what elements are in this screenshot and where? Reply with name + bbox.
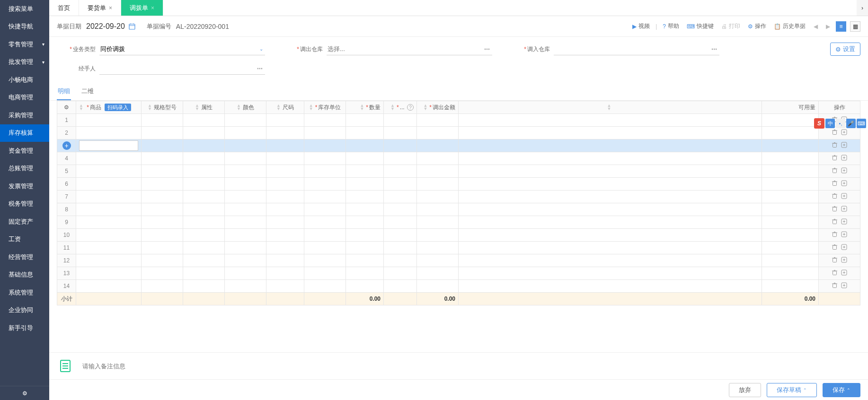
ellipsis-icon[interactable]: ⋯ xyxy=(711,46,717,52)
ime-lang-button[interactable]: 中 xyxy=(825,119,835,128)
view-list-button[interactable]: ≡ xyxy=(836,21,846,32)
table-row[interactable]: 10 xyxy=(57,229,860,242)
sidebar-settings[interactable]: ⚙ xyxy=(0,386,49,400)
info-icon[interactable]: ? xyxy=(407,104,414,111)
tab-0[interactable]: 首页 xyxy=(49,0,79,16)
col-qty-header[interactable]: ▲▼*数量 xyxy=(346,101,384,114)
delete-row-icon[interactable] xyxy=(832,257,838,263)
shortcut-button[interactable]: ⌨快捷键 xyxy=(685,21,716,31)
sidebar-item-6[interactable]: 采购管理 xyxy=(0,106,49,124)
col-unit-header[interactable]: ▲▼*库存单位 xyxy=(304,101,346,114)
sidebar-item-2[interactable]: 零售管理▾ xyxy=(0,35,49,53)
table-row[interactable]: 8 xyxy=(57,203,860,216)
copy-row-icon[interactable] xyxy=(841,167,848,174)
date-value[interactable]: 2022-09-20 xyxy=(86,22,125,31)
sidebar-item-18[interactable]: 新手引导 xyxy=(0,319,49,337)
table-row[interactable]: 1 xyxy=(57,114,860,127)
table-row[interactable]: 4 xyxy=(57,152,860,165)
remarks-input[interactable] xyxy=(82,363,860,370)
delete-row-icon[interactable] xyxy=(832,142,838,148)
prev-doc-button[interactable]: ◀ xyxy=(811,22,820,31)
copy-row-icon[interactable] xyxy=(841,129,848,136)
delete-row-icon[interactable] xyxy=(832,180,838,187)
scan-input-button[interactable]: 扫码录入 xyxy=(105,104,131,111)
tab-2[interactable]: 调拨单× xyxy=(121,0,163,16)
help-button[interactable]: ?帮助 xyxy=(661,21,681,31)
tab-detail[interactable]: 明细 xyxy=(57,83,71,100)
tab-matrix[interactable]: 二维 xyxy=(80,83,95,100)
delete-row-icon[interactable] xyxy=(832,206,838,212)
ime-punct-button[interactable]: •, xyxy=(836,119,845,128)
copy-row-icon[interactable] xyxy=(841,180,848,187)
col-product-header[interactable]: ▲▼ *商品 扫码录入 xyxy=(76,101,142,114)
col-spec-header[interactable]: ▲▼规格型号 xyxy=(142,101,183,114)
ellipsis-icon[interactable]: ⋯ xyxy=(484,46,490,52)
sidebar-item-0[interactable]: 搜索菜单 xyxy=(0,0,49,18)
delete-row-icon[interactable] xyxy=(832,270,838,276)
delete-row-icon[interactable] xyxy=(832,282,838,289)
sidebar-item-17[interactable]: 企业协同 xyxy=(0,302,49,320)
sidebar-item-5[interactable]: 电商管理 xyxy=(0,89,49,107)
ime-keyboard-button[interactable]: ⌨ xyxy=(857,119,866,128)
table-row[interactable]: 9 xyxy=(57,216,860,229)
delete-row-icon[interactable] xyxy=(832,231,838,238)
tabs-scroll-right[interactable]: › xyxy=(857,0,868,16)
history-button[interactable]: 📋历史单据 xyxy=(772,21,807,31)
in-warehouse-select[interactable]: ⋯ xyxy=(554,43,719,55)
sidebar-item-15[interactable]: 基础信息 xyxy=(0,266,49,284)
delete-row-icon[interactable] xyxy=(832,129,838,136)
sidebar-item-3[interactable]: 批发管理▾ xyxy=(0,53,49,71)
table-row[interactable]: 2 xyxy=(57,127,860,139)
tab-1[interactable]: 要货单× xyxy=(79,0,121,16)
sidebar-item-9[interactable]: 总账管理 xyxy=(0,160,49,178)
discard-button[interactable]: 放弃 xyxy=(729,383,761,397)
sidebar-item-13[interactable]: 工资 xyxy=(0,231,49,249)
sogou-ime-icon[interactable]: S xyxy=(814,118,824,129)
sidebar-item-16[interactable]: 系统管理 xyxy=(0,284,49,302)
add-row-button[interactable]: + xyxy=(62,141,71,150)
copy-row-icon[interactable] xyxy=(841,155,848,161)
product-input[interactable] xyxy=(79,140,138,151)
print-button[interactable]: 🖨打印 xyxy=(719,21,742,31)
sidebar-item-14[interactable]: 经营管理 xyxy=(0,248,49,266)
sidebar-item-4[interactable]: 小畅电商 xyxy=(0,71,49,89)
sidebar-item-7[interactable]: 库存核算 xyxy=(0,124,49,142)
col-size-header[interactable]: ▲▼尺码 xyxy=(266,101,304,114)
copy-row-icon[interactable] xyxy=(841,206,848,212)
copy-row-icon[interactable] xyxy=(841,257,848,263)
copy-row-icon[interactable] xyxy=(841,142,848,148)
handler-select[interactable]: ⋯ xyxy=(99,62,265,75)
next-doc-button[interactable]: ▶ xyxy=(824,22,832,31)
col-settings-header[interactable]: ⚙ xyxy=(57,101,76,114)
settings-button[interactable]: ⚙ 设置 xyxy=(830,43,860,56)
col-price-header[interactable]: ▲▼*... ? xyxy=(384,101,417,114)
table-row[interactable]: 5 xyxy=(57,165,860,178)
table-row[interactable]: 6 xyxy=(57,178,860,191)
sidebar-item-11[interactable]: 税务管理 xyxy=(0,195,49,213)
table-row[interactable]: 11 xyxy=(57,242,860,254)
copy-row-icon[interactable] xyxy=(841,244,848,251)
ellipsis-icon[interactable]: ⋯ xyxy=(257,65,263,72)
copy-row-icon[interactable] xyxy=(841,231,848,238)
copy-row-icon[interactable] xyxy=(841,282,848,289)
col-amount-header[interactable]: ▲▼*调出金额 xyxy=(417,101,459,114)
table-row[interactable]: + xyxy=(57,139,860,152)
close-icon[interactable]: × xyxy=(151,5,154,11)
operate-button[interactable]: ⚙操作 xyxy=(746,21,768,31)
ime-mic-button[interactable]: 🎤 xyxy=(846,119,856,128)
delete-row-icon[interactable] xyxy=(832,193,838,200)
delete-row-icon[interactable] xyxy=(832,218,838,225)
out-warehouse-select[interactable]: ⋯ xyxy=(327,43,492,55)
sort-icon[interactable]: ▲▼ xyxy=(79,104,83,111)
table-row[interactable]: 13 xyxy=(57,267,860,280)
table-row[interactable]: 12 xyxy=(57,254,860,267)
save-button[interactable]: 保存⌃ xyxy=(823,383,860,397)
delete-row-icon[interactable] xyxy=(832,244,838,251)
video-button[interactable]: ▶视频 xyxy=(630,21,652,31)
ime-toolbar[interactable]: S 中 •, 🎤 ⌨ xyxy=(814,118,866,129)
copy-row-icon[interactable] xyxy=(841,218,848,225)
delete-row-icon[interactable] xyxy=(832,167,838,174)
copy-row-icon[interactable] xyxy=(841,193,848,200)
calendar-icon[interactable] xyxy=(129,23,135,30)
sidebar-item-1[interactable]: 快捷导航 xyxy=(0,18,49,36)
